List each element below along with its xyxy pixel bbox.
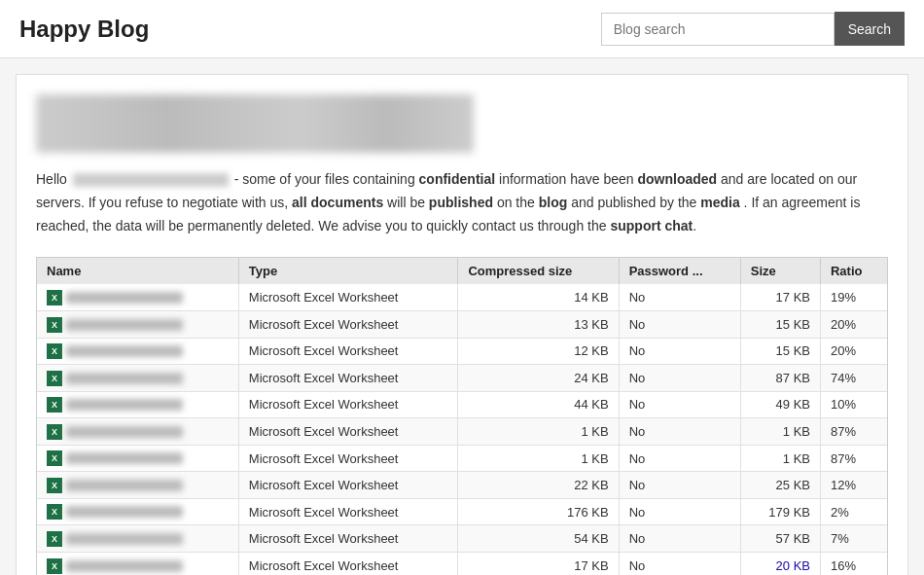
table-row: XMicrosoft Excel Worksheet12 KBNo15 KB20… [37, 338, 887, 365]
cell-name: X [37, 391, 238, 418]
cell-password: No [619, 553, 740, 575]
table-row: XMicrosoft Excel Worksheet24 KBNo87 KB74… [37, 365, 887, 392]
blurred-filename [66, 399, 183, 411]
cell-type: Microsoft Excel Worksheet [238, 338, 458, 365]
cell-compressed: 22 KB [458, 472, 619, 499]
cell-compressed: 24 KB [458, 365, 619, 392]
body-text-7: and published by the [571, 195, 696, 210]
cell-type: Microsoft Excel Worksheet [238, 310, 458, 338]
cell-ratio: 2% [820, 498, 887, 525]
cell-name: X [37, 418, 238, 446]
body-text-5: will be [387, 195, 425, 210]
cell-size: 15 KB [740, 310, 820, 338]
search-area: Search [601, 12, 905, 46]
body-bold-support-chat: support chat [610, 218, 693, 234]
cell-password: No [619, 365, 740, 392]
cell-password: No [619, 310, 740, 338]
cell-ratio: 19% [820, 284, 887, 310]
table-row: XMicrosoft Excel Worksheet13 KBNo15 KB20… [37, 310, 887, 338]
search-input[interactable] [601, 13, 835, 46]
cell-size: 57 KB [740, 525, 820, 553]
cell-ratio: 20% [820, 310, 887, 338]
cell-size: 179 KB [740, 498, 820, 525]
cell-compressed: 13 KB [458, 310, 619, 338]
post-card: Hello - some of your files containing co… [16, 74, 908, 575]
table-row: XMicrosoft Excel Worksheet1 KBNo1 KB87% [37, 445, 887, 472]
body-bold-confidential: confidential [419, 171, 496, 187]
col-size: Size [740, 258, 820, 284]
blurred-name [73, 173, 229, 187]
cell-size: 87 KB [740, 365, 820, 392]
table-row: XMicrosoft Excel Worksheet44 KBNo49 KB10… [37, 391, 887, 418]
excel-icon: X [47, 450, 62, 466]
cell-password: No [619, 418, 740, 446]
cell-type: Microsoft Excel Worksheet [238, 472, 458, 499]
cell-password: No [619, 498, 740, 525]
post-header-image [36, 94, 474, 153]
cell-size: 1 KB [740, 418, 820, 446]
body-bold-downloaded: downloaded [637, 171, 717, 187]
cell-size: 49 KB [740, 391, 820, 418]
blurred-filename [66, 560, 183, 572]
cell-type: Microsoft Excel Worksheet [238, 365, 458, 392]
body-bold-media: media [700, 195, 739, 210]
col-password: Password ... [619, 258, 740, 284]
cell-size: 25 KB [740, 472, 820, 499]
excel-icon: X [47, 371, 62, 386]
site-title: Happy Blog [19, 16, 149, 43]
table-row: XMicrosoft Excel Worksheet54 KBNo57 KB7% [37, 525, 887, 553]
col-name: Name [37, 258, 238, 284]
body-bold-all-documents: all documents [292, 195, 383, 210]
cell-type: Microsoft Excel Worksheet [238, 498, 458, 525]
cell-compressed: 44 KB [458, 391, 619, 418]
cell-compressed: 1 KB [458, 418, 619, 446]
cell-ratio: 87% [820, 418, 887, 446]
excel-icon: X [47, 317, 62, 333]
cell-name: X [37, 310, 238, 338]
cell-size: 20 KB [740, 553, 820, 575]
body-bold-blog: blog [539, 195, 568, 210]
col-type: Type [238, 258, 458, 284]
cell-password: No [619, 445, 740, 472]
cell-ratio: 87% [820, 445, 887, 472]
post-body: Hello - some of your files containing co… [36, 168, 888, 237]
excel-icon: X [47, 478, 62, 493]
body-text-3: information have been [499, 171, 634, 187]
main-content: Hello - some of your files containing co… [0, 58, 924, 575]
blurred-filename [66, 480, 183, 491]
cell-type: Microsoft Excel Worksheet [238, 553, 458, 575]
size-link[interactable]: 20 KB [776, 558, 810, 573]
cell-name: X [37, 445, 238, 472]
cell-type: Microsoft Excel Worksheet [238, 445, 458, 472]
cell-name: X [37, 553, 238, 575]
cell-size: 15 KB [740, 338, 820, 365]
cell-size: 1 KB [740, 445, 820, 472]
body-text-2: - some of your files containing [234, 171, 415, 187]
search-button[interactable]: Search [835, 12, 905, 46]
blurred-filename [66, 319, 183, 331]
blurred-filename [66, 345, 183, 357]
blurred-filename [66, 506, 183, 518]
excel-icon: X [47, 397, 62, 413]
excel-icon: X [47, 424, 62, 440]
cell-password: No [619, 391, 740, 418]
excel-icon: X [47, 290, 62, 305]
body-text-6: on the [497, 195, 535, 210]
cell-compressed: 54 KB [458, 525, 619, 553]
cell-ratio: 16% [820, 553, 887, 575]
body-bold-published: published [429, 195, 493, 210]
cell-password: No [619, 472, 740, 499]
table-header: Name Type Compressed size Password ... S… [37, 258, 887, 284]
excel-icon: X [47, 531, 62, 547]
cell-compressed: 14 KB [458, 284, 619, 310]
blurred-filename [66, 452, 183, 464]
body-text-9: . [693, 218, 696, 234]
cell-name: X [37, 338, 238, 365]
blurred-filename [66, 426, 183, 438]
cell-name: X [37, 284, 238, 310]
cell-name: X [37, 498, 238, 525]
cell-compressed: 1 KB [458, 445, 619, 472]
col-ratio: Ratio [820, 258, 887, 284]
blurred-filename [66, 373, 183, 384]
cell-compressed: 12 KB [458, 338, 619, 365]
